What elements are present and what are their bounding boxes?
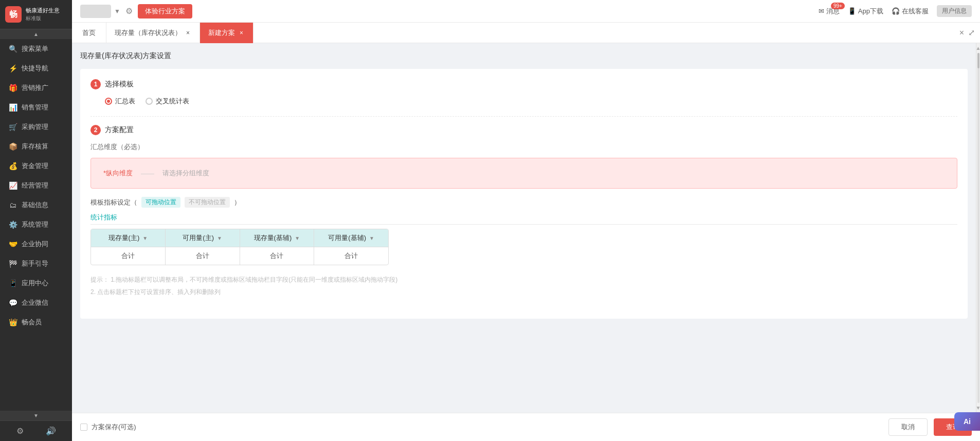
header-dropdown-icon[interactable]: ▼ [114, 8, 120, 15]
radio-cross-circle [146, 98, 153, 105]
sidebar-item-member[interactable]: 👑 畅会员 [0, 313, 72, 332]
message-icon: ✉ [819, 7, 824, 15]
tab-close-all-icon[interactable]: × [959, 28, 964, 38]
step2-header: 2 方案配置 [90, 125, 957, 135]
step2-section: 2 方案配置 汇总维度（必选） *纵向维度 —— 请选择分组维度 模板指标设定（… [90, 125, 957, 298]
sidebar-item-inventory[interactable]: 📦 库存核算 [0, 137, 72, 156]
sidebar-item-weixin-label: 企业微信 [22, 298, 48, 307]
sidebar-item-marketing-label: 营销推广 [22, 83, 48, 93]
finance-icon: 💰 [8, 161, 17, 171]
tab-home-label: 首页 [82, 28, 96, 38]
stats-table: 现存量(主) ▼ 可用量(主) ▼ 现存量(基辅) ▼ [90, 229, 389, 265]
ai-button[interactable]: Ai [954, 412, 980, 431]
sidebar-item-finance[interactable]: 💰 资金管理 [0, 156, 72, 176]
sidebar-item-newguide-label: 新手引导 [22, 259, 48, 268]
sidebar-sound-icon[interactable]: 🔊 [46, 426, 56, 436]
indicator-settings-label: 模板指标设定（ 可拖动位置 不可拖动位置 ） [90, 197, 957, 208]
sidebar-item-newguide[interactable]: 🏁 新手引导 [0, 254, 72, 273]
content-area: 现存量(库存状况表)方案设置 1 选择模板 汇总表 [72, 43, 976, 413]
sidebar-item-cooperation-label: 企业协同 [22, 240, 48, 249]
indicator-label-end: ） [234, 198, 241, 207]
sidebar-item-system[interactable]: ⚙️ 系统管理 [0, 215, 72, 234]
bottom-area: 方案保存(可选) 取消 查询 [72, 413, 980, 441]
sidebar-item-marketing[interactable]: 🎁 营销推广 [0, 78, 72, 98]
save-label: 方案保存(可选) [92, 422, 136, 432]
stats-label: 统计指标 [90, 213, 957, 225]
hint-section: 提示： 1.拖动标题栏可以调整布局，不可跨维度或指标区域拖动栏目字段(只能在同一… [90, 273, 957, 298]
purchase-icon: 🛒 [8, 122, 17, 132]
scroll-up-arrow[interactable]: ▲ [976, 45, 980, 51]
stats-col-3-dropdown[interactable]: ▼ [369, 235, 374, 241]
sidebar-item-weixin[interactable]: 💬 企业微信 [0, 293, 72, 313]
main-area: ▼ ⚙ 体验行业方案 ✉ 消息 99+ 📱 App下载 🎧 在线客服 用户信息 … [72, 0, 980, 441]
sidebar-item-search[interactable]: 🔍 搜索菜单 [0, 39, 72, 59]
search-icon: 🔍 [8, 44, 17, 53]
dimension-area[interactable]: *纵向维度 —— 请选择分组维度 [90, 158, 957, 189]
stats-col-0-dropdown[interactable]: ▼ [142, 235, 148, 241]
radio-summary-circle [105, 98, 112, 105]
radio-cross[interactable]: 交叉统计表 [146, 97, 189, 106]
sidebar-item-apps-label: 应用中心 [22, 279, 48, 288]
tab-new-plan-label: 新建方案 [208, 28, 235, 38]
sidebar-item-operation-label: 经营管理 [22, 181, 48, 190]
sidebar-item-search-label: 搜索菜单 [22, 44, 48, 53]
stats-col-1-dropdown[interactable]: ▼ [217, 235, 222, 241]
sidebar-scroll-down[interactable]: ▼ [0, 411, 72, 420]
stats-col-0[interactable]: 现存量(主) ▼ [91, 229, 166, 247]
sidebar-item-purchase-label: 采购管理 [22, 122, 48, 132]
template-options: 汇总表 交叉统计表 [90, 97, 957, 106]
tab-inventory-status[interactable]: 现存量（库存状况表） × [106, 23, 200, 43]
operation-icon: 📈 [8, 181, 17, 190]
scroll-track [977, 53, 979, 403]
top-header: ▼ ⚙ 体验行业方案 ✉ 消息 99+ 📱 App下载 🎧 在线客服 用户信息 [72, 0, 980, 23]
cancel-button[interactable]: 取消 [888, 418, 928, 436]
stats-col-1[interactable]: 可用量(主) ▼ [166, 229, 240, 247]
sidebar-scroll-up[interactable]: ▲ [0, 29, 72, 39]
scroll-down-arrow[interactable]: ▼ [976, 405, 980, 411]
step2-badge: 2 [90, 125, 101, 135]
tab-expand-icon[interactable]: ⤢ [968, 28, 975, 38]
header-gear-icon[interactable]: ⚙ [125, 6, 133, 16]
header-message[interactable]: ✉ 消息 99+ [819, 7, 840, 16]
sidebar-item-basic[interactable]: 🗂 基础信息 [0, 195, 72, 215]
step1-header: 1 选择模板 [90, 79, 957, 89]
sidebar-item-operation[interactable]: 📈 经营管理 [0, 176, 72, 195]
header-user-section: ▼ [80, 5, 120, 18]
step2-title: 方案配置 [105, 125, 134, 135]
radio-summary[interactable]: 汇总表 [105, 97, 135, 106]
tabs-bar: 首页 现存量（库存状况表） × 新建方案 × × ⤢ [72, 23, 980, 43]
sidebar-nav: 🔍 搜索菜单 ⚡ 快捷导航 🎁 营销推广 📊 销售管理 🛒 采购管理 📦 库存核… [0, 39, 72, 411]
sidebar: 畅 畅康通好生意 标准版 ▲ 🔍 搜索菜单 ⚡ 快捷导航 🎁 营销推广 📊 销售… [0, 0, 72, 441]
save-checkbox[interactable] [80, 424, 87, 431]
step1-title: 选择模板 [105, 80, 134, 89]
stats-col-0-label: 现存量(主) [108, 233, 140, 243]
stats-table-header: 现存量(主) ▼ 可用量(主) ▼ 现存量(基辅) ▼ [91, 229, 388, 247]
marketing-icon: 🎁 [8, 83, 17, 93]
header-user-avatar [80, 5, 111, 18]
required-label: 汇总维度（必选） [90, 142, 957, 152]
tab-new-plan-close[interactable]: × [238, 29, 245, 37]
sidebar-item-cooperation[interactable]: 🤝 企业协同 [0, 234, 72, 254]
tab-inventory-status-close[interactable]: × [185, 29, 191, 37]
stats-col-2-dropdown[interactable]: ▼ [295, 235, 300, 241]
header-app-download[interactable]: 📱 App下载 [848, 7, 883, 16]
header-online-service[interactable]: 🎧 在线客服 [892, 7, 929, 16]
tab-new-plan[interactable]: 新建方案 × [200, 23, 253, 43]
indicator-settings: 模板指标设定（ 可拖动位置 不可拖动位置 ） [90, 197, 957, 208]
sidebar-item-inventory-label: 库存核算 [22, 142, 48, 151]
scroll-thumb [977, 53, 979, 68]
stats-col-2[interactable]: 现存量(基辅) ▼ [240, 229, 315, 247]
hint-1: 提示： 1.拖动标题栏可以调整布局，不可跨维度或指标区域拖动栏目字段(只能在同一… [90, 273, 957, 286]
stats-col-3[interactable]: 可用量(基辅) ▼ [314, 229, 388, 247]
trial-industry-button[interactable]: 体验行业方案 [138, 4, 192, 19]
stats-cell-0: 合计 [91, 247, 166, 265]
tab-home[interactable]: 首页 [72, 23, 106, 43]
sidebar-settings-icon[interactable]: ⚙ [16, 426, 24, 436]
sidebar-item-sales[interactable]: 📊 销售管理 [0, 98, 72, 117]
header-user-info[interactable]: 用户信息 [937, 5, 972, 17]
sidebar-item-quicknav[interactable]: ⚡ 快捷导航 [0, 59, 72, 78]
dim-placeholder: 请选择分组维度 [162, 169, 209, 178]
sidebar-item-purchase[interactable]: 🛒 采购管理 [0, 117, 72, 137]
hint-2: 2. 点击标题栏下拉可设置排序、插入列和删除列 [90, 286, 957, 298]
sidebar-item-apps[interactable]: 📱 应用中心 [0, 273, 72, 293]
